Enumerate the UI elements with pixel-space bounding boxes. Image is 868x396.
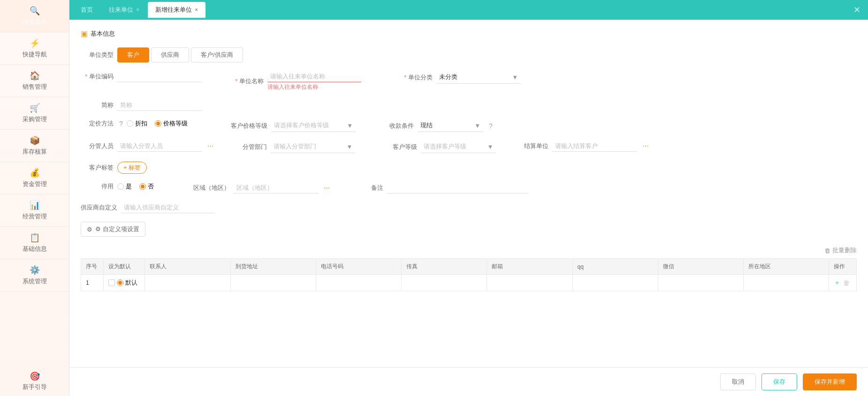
disabled-label: 停用 <box>81 182 114 191</box>
short-name-input[interactable] <box>117 100 202 111</box>
department-chevron: ▼ <box>346 143 352 150</box>
default-radio-circle <box>117 280 123 286</box>
add-tag-button[interactable]: + 标签 <box>117 162 147 174</box>
row-checkbox[interactable] <box>108 280 115 286</box>
disabled-radio-group: 是 否 <box>117 182 154 191</box>
sidebar-item-finance[interactable]: 💰 资金管理 <box>0 162 69 194</box>
email-input[interactable] <box>492 280 567 286</box>
contact-table: 序号 设为默认 联系人 到货地址 电话号码 传真 邮箱 qq 微信 所在地区 操… <box>81 258 857 291</box>
unit-type-row: 单位类型 客户 供应商 客户/供应商 <box>81 47 857 62</box>
delete-row-button[interactable]: 🗑 <box>843 279 850 287</box>
col-fax: 传真 <box>402 259 487 275</box>
col-contact: 联系人 <box>145 259 230 275</box>
settlement-unit-input[interactable] <box>552 140 637 152</box>
fax-input[interactable] <box>406 280 482 286</box>
sidebar-item-search[interactable]: 🔍 搜索菜单 <box>0 0 69 32</box>
custom-settings-button[interactable]: ⚙ ⚙ 自定义项设置 <box>81 222 145 237</box>
region-input[interactable] <box>234 182 318 194</box>
type-btn-customer[interactable]: 客户 <box>117 47 149 62</box>
radio-discount-label: 折扣 <box>135 119 147 128</box>
radio-price-level[interactable]: 价格等级 <box>155 119 188 128</box>
sidebar-item-sales[interactable]: 🏠 销售管理 <box>0 65 69 97</box>
customer-level-select[interactable]: 请选择客户等级 ▼ <box>421 140 496 153</box>
disabled-field: 停用 是 否 <box>81 182 175 191</box>
window-close-button[interactable]: ✕ <box>850 5 864 15</box>
cell-default: 默认 <box>103 275 145 291</box>
supplier-custom-input[interactable] <box>121 202 215 213</box>
manager-ellipsis[interactable]: ··· <box>206 142 215 150</box>
save-button[interactable]: 保存 <box>761 373 797 390</box>
radio-yes[interactable]: 是 <box>117 182 132 191</box>
cancel-button[interactable]: 取消 <box>720 373 756 390</box>
col-wechat: 微信 <box>658 259 743 275</box>
form-content: ▣ 基本信息 单位类型 客户 供应商 客户/供应商 单位编码 000009 单位… <box>69 20 868 367</box>
type-btn-both[interactable]: 客户/供应商 <box>191 47 243 62</box>
customer-price-level-select[interactable]: 请选择客户价格等级 ▼ <box>271 119 356 132</box>
unit-category-label: 单位分类 <box>400 73 433 82</box>
batch-delete-button[interactable]: 🗑 批量删除 <box>824 246 857 255</box>
type-btn-supplier[interactable]: 供应商 <box>151 47 189 62</box>
remark-label: 备注 <box>350 184 383 192</box>
customer-tag-label: 客户标签 <box>81 163 114 172</box>
radio-no[interactable]: 否 <box>139 182 154 191</box>
cell-phone[interactable] <box>316 275 401 291</box>
region-ellipsis[interactable]: ··· <box>322 184 332 192</box>
add-row-button[interactable]: ＋ <box>834 279 840 287</box>
cell-wechat[interactable] <box>658 275 743 291</box>
unit-category-select[interactable]: 未分类 ▼ <box>436 71 521 84</box>
col-email: 邮箱 <box>487 259 572 275</box>
pricing-method-help-icon[interactable]: ? <box>119 120 123 127</box>
pricing-method-label: 定价方法 <box>81 119 114 128</box>
row-region-input[interactable] <box>748 280 824 286</box>
contact-input[interactable] <box>150 280 225 286</box>
manager-input[interactable] <box>117 140 202 152</box>
disabled-region-row: 停用 是 否 区域（地区） ··· 备注 <box>81 182 857 194</box>
sidebar-item-purchase[interactable]: 🛒 采购管理 <box>0 97 69 130</box>
customer-level-label: 客户等级 <box>384 143 417 151</box>
settlement-unit-field: 结算单位 ··· <box>516 140 650 152</box>
sidebar-item-basic-info[interactable]: 📋 基础信息 <box>0 227 69 259</box>
unit-code-input[interactable]: 000009 <box>117 71 202 82</box>
department-select[interactable]: 请输入分管部门 ▼ <box>271 140 355 153</box>
cell-address[interactable] <box>230 275 316 291</box>
radio-discount[interactable]: 折扣 <box>127 119 147 128</box>
tab-partner-list[interactable]: 往来单位 × <box>101 2 147 18</box>
col-default: 设为默认 <box>103 259 145 275</box>
default-radio[interactable]: 默认 <box>117 279 137 287</box>
wechat-input[interactable] <box>663 280 739 286</box>
inventory-icon: 📦 <box>30 135 40 146</box>
quick-nav-icon: ⚡ <box>30 38 40 48</box>
unit-name-field-wrapper: 请输入往来单位名称 <box>267 71 361 91</box>
cell-qq[interactable] <box>572 275 658 291</box>
payment-terms-select[interactable]: 现结 ▼ <box>418 119 483 132</box>
payment-terms-help-icon[interactable]: ? <box>489 122 493 130</box>
col-seq: 序号 <box>81 259 104 275</box>
save-and-new-button[interactable]: 保存并新增 <box>803 373 857 390</box>
cell-email[interactable] <box>487 275 572 291</box>
tab-home[interactable]: 首页 <box>73 2 100 18</box>
sidebar-item-inventory[interactable]: 📦 库存核算 <box>0 130 69 162</box>
sidebar-item-guide[interactable]: 🎯 新手引导 <box>0 366 69 396</box>
tab-new-partner[interactable]: 新增往来单位 × <box>148 2 206 18</box>
purchase-icon: 🛒 <box>30 103 40 113</box>
sidebar-item-quick-nav[interactable]: ⚡ 快捷导航 <box>0 32 69 65</box>
cell-fax[interactable] <box>402 275 487 291</box>
sidebar-item-operations[interactable]: 📊 经营管理 <box>0 194 69 227</box>
table-row: 1 默认 <box>81 275 857 291</box>
unit-name-input[interactable] <box>267 71 361 82</box>
qq-input[interactable] <box>578 280 653 286</box>
unit-code-field: 单位编码 000009 <box>81 71 212 82</box>
cell-region[interactable] <box>744 275 829 291</box>
address-input[interactable] <box>236 280 311 286</box>
sidebar-item-system[interactable]: ⚙️ 系统管理 <box>0 259 69 292</box>
cell-contact[interactable] <box>145 275 230 291</box>
settlement-unit-ellipsis[interactable]: ··· <box>640 142 650 150</box>
row-actions: ＋ 🗑 <box>834 279 852 287</box>
section-icon: ▣ <box>81 29 88 38</box>
remark-input[interactable] <box>387 182 528 194</box>
tab-partner-list-close[interactable]: × <box>136 7 139 13</box>
department-label: 分管部门 <box>234 143 267 151</box>
tab-new-partner-close[interactable]: × <box>195 7 198 13</box>
phone-input[interactable] <box>321 280 396 286</box>
unit-category-field: 单位分类 未分类 ▼ <box>400 71 521 84</box>
